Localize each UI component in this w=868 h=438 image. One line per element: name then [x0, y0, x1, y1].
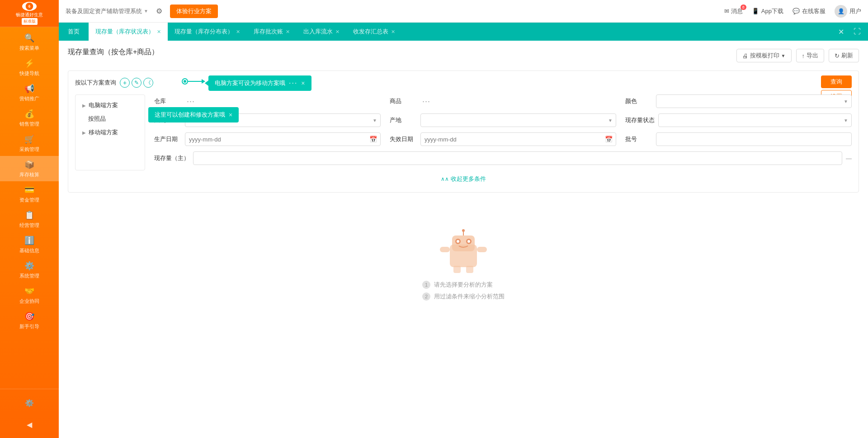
stock-status-select[interactable]	[658, 113, 852, 127]
sidebar-item-search[interactable]: 🔍 搜索菜单	[0, 29, 59, 55]
exp-date-input[interactable]	[420, 132, 616, 146]
inventory-icon: 📦	[24, 160, 34, 170]
sidebar-item-sales[interactable]: 💰 销售管理	[0, 105, 59, 131]
warehouse-dots-icon: ···	[187, 97, 195, 106]
sidebar-item-newbie[interactable]: 🎯 新手引导	[0, 308, 59, 333]
color-label: 颜色	[625, 97, 652, 105]
sidebar-label-search: 搜索菜单	[19, 45, 39, 52]
tree-item-mobile[interactable]: ▶ 移动端方案	[75, 126, 145, 139]
mfg-date-calendar-icon[interactable]: 📅	[369, 136, 377, 143]
export-label: 导出	[807, 52, 818, 60]
online-support-icon: 💬	[793, 8, 800, 14]
refresh-button[interactable]: ↻ 刷新	[829, 49, 859, 62]
app-download-button[interactable]: 📱 App下载	[752, 7, 783, 15]
sidebar-item-cooperation[interactable]: 🤝 企业协同	[0, 283, 59, 308]
sidebar-item-finance[interactable]: 💳 资金管理	[0, 181, 59, 207]
edit-scheme-button[interactable]: ✎	[132, 78, 142, 88]
collapse-button[interactable]: ∧∧ 收起更多条件	[441, 175, 486, 183]
online-support-label: 在线客服	[802, 7, 826, 15]
system-dropdown[interactable]: 装备及固定资产辅助管理系统 ▼	[66, 7, 148, 15]
sidebar-collapse-btn[interactable]: ◀	[0, 415, 59, 433]
goods-field: 商品 ···	[390, 97, 616, 106]
batch-field: 批号	[625, 132, 852, 146]
tab-home[interactable]: 首页	[59, 23, 89, 41]
sidebar-item-management[interactable]: 📋 经营管理	[0, 207, 59, 232]
svg-rect-9	[477, 247, 487, 252]
tab-expand-icon[interactable]: ⛶	[851, 25, 863, 38]
filter-row-2: 尺码 ▼ 产地 ▼	[154, 113, 852, 127]
message-icon: ✉	[724, 8, 729, 14]
scheme-tooltip-close-icon[interactable]: ×	[229, 111, 232, 118]
query-button[interactable]: 查询	[821, 75, 852, 88]
tab-batch-ledger[interactable]: 库存批次账 ✕	[247, 23, 297, 41]
sidebar-item-base-info[interactable]: ℹ️ 基础信息	[0, 232, 59, 257]
tree-item-desktop[interactable]: ▶ 电脑端方案	[75, 99, 145, 112]
management-icon: 📋	[24, 210, 34, 220]
sidebar-label-management: 经营管理	[19, 222, 39, 229]
warehouse-label: 仓库	[154, 97, 181, 105]
online-support-button[interactable]: 💬 在线客服	[793, 7, 826, 15]
messages-button[interactable]: ✉ 消息 8	[724, 7, 743, 15]
origin-select[interactable]	[420, 113, 616, 127]
cooperation-icon: 🤝	[24, 286, 34, 296]
tab-close-all-icon[interactable]: ✕	[835, 25, 847, 38]
sidebar-item-marketing[interactable]: 📢 营销推广	[0, 80, 59, 105]
main-area: 装备及固定资产辅助管理系统 ▼ ⚙ 体验行业方案 ✉ 消息 8 📱 App下载 …	[59, 0, 868, 438]
tab-close-icon-4[interactable]: ✕	[335, 29, 340, 35]
tab-summary[interactable]: 收发存汇总表 ✕	[346, 23, 402, 41]
newbie-icon: 🎯	[24, 311, 34, 321]
tab-inventory-status[interactable]: 现存量（库存状况表） ✕	[89, 23, 168, 41]
scheme-popup-text: 电脑方案可设为移动方案哦	[215, 79, 285, 87]
export-button[interactable]: ↑ 导出	[796, 49, 825, 62]
tab-inventory-distribution[interactable]: 现存量（库存分布表） ✕	[168, 23, 247, 41]
scheme-popup: 电脑方案可设为移动方案哦 ··· ×	[208, 75, 311, 91]
tab-close-icon-2[interactable]: ✕	[236, 29, 240, 35]
inventory-amount-field: 现存量（主） —	[154, 151, 852, 165]
sidebar-item-system[interactable]: ⚙️ 系统管理	[0, 257, 59, 283]
tree-arrow-desktop: ▶	[82, 103, 86, 108]
sidebar-collapse-icon: ◀	[27, 420, 32, 429]
step-num-2: 2	[422, 292, 430, 301]
warehouse-field: 仓库 ···	[154, 97, 381, 106]
empty-state: 1 请先选择要分析的方案 2 用过滤条件来缩小分析范围	[68, 193, 859, 319]
tab-close-icon-5[interactable]: ✕	[391, 29, 395, 35]
mfg-date-input[interactable]	[185, 132, 381, 146]
color-select[interactable]	[656, 94, 852, 108]
logo-text: 畅捷通好生意	[16, 12, 43, 18]
arrow-line	[187, 81, 203, 82]
exp-date-label: 失效日期	[390, 135, 417, 143]
export-icon: ↑	[802, 52, 805, 59]
tree-item-by-goods[interactable]: 按照品	[75, 112, 145, 126]
svg-point-13	[462, 229, 465, 232]
filter-section: 按以下方案查询 + ✎ 《 电脑方案可设为移动方案哦 ··· ×	[68, 71, 859, 193]
tab-close-icon-1[interactable]: ✕	[157, 29, 161, 35]
print-template-button[interactable]: 🖨 按模板打印 ▼	[736, 49, 792, 62]
sidebar-label-sales: 销售管理	[19, 121, 39, 127]
tab-inventory-distribution-label: 现存量（库存分布表）	[175, 28, 233, 36]
batch-input[interactable]	[656, 132, 852, 146]
sidebar: 6 畅捷通好生意 标准版 🔍 搜索菜单 ⚡ 快捷导航 📢 营销推广 💰 销售管理…	[0, 0, 59, 438]
prev-scheme-button[interactable]: 《	[143, 78, 153, 88]
sidebar-nav: 🔍 搜索菜单 ⚡ 快捷导航 📢 营销推广 💰 销售管理 🛒 采购管理 📦 库存核…	[0, 27, 59, 389]
experience-button[interactable]: 体验行业方案	[170, 5, 218, 18]
tab-close-icon-3[interactable]: ✕	[286, 29, 290, 35]
user-menu[interactable]: 👤 用户	[835, 5, 861, 18]
sidebar-item-inventory[interactable]: 📦 库存核算	[0, 156, 59, 181]
scheme-popup-close-icon[interactable]: ×	[301, 80, 305, 87]
system-settings-button[interactable]: ⚙	[153, 5, 165, 18]
tab-inout-flow[interactable]: 出入库流水 ✕	[297, 23, 346, 41]
sidebar-label-finance: 资金管理	[19, 197, 39, 203]
app-download-icon: 📱	[752, 8, 759, 14]
sidebar-item-quicknav[interactable]: ⚡ 快捷导航	[0, 55, 59, 80]
color-select-wrapper: ▼	[656, 94, 852, 108]
avatar: 👤	[835, 5, 847, 18]
sidebar-item-purchase[interactable]: 🛒 采购管理	[0, 131, 59, 156]
exp-date-calendar-icon[interactable]: 📅	[605, 136, 613, 143]
sidebar-label-marketing: 营销推广	[19, 95, 39, 102]
inventory-min-input[interactable]	[193, 151, 842, 165]
add-scheme-button[interactable]: +	[120, 78, 130, 88]
filter-header: 按以下方案查询 + ✎ 《 电脑方案可设为移动方案哦 ··· ×	[75, 78, 852, 88]
sidebar-settings-btn[interactable]: ⚙️	[0, 394, 59, 412]
svg-rect-3	[452, 235, 475, 251]
app-download-label: App下载	[761, 7, 783, 15]
